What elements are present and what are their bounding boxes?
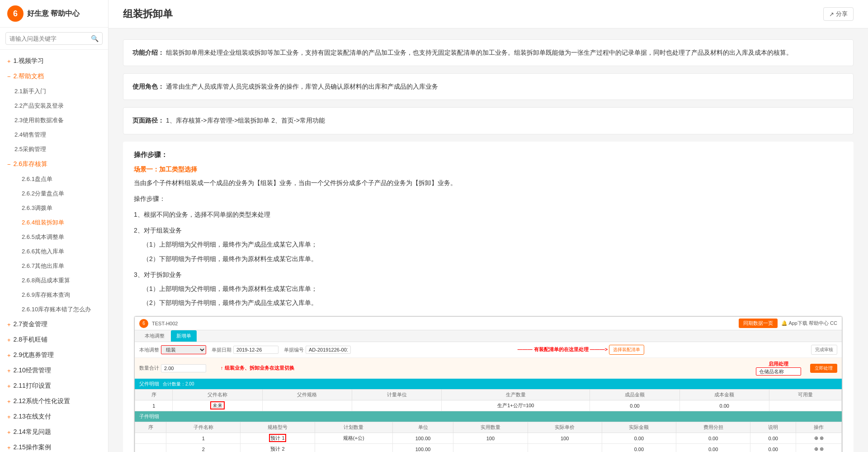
- step3-sub1: （1）上部明细为父件明细，最终作为原材料生成某它出库单；: [143, 283, 843, 295]
- expand-icon-27: +: [7, 321, 11, 328]
- table-row: 1 未来 生产1+公厅=100 0.00 0.00: [135, 400, 842, 411]
- expand-icon-28: +: [7, 337, 11, 343]
- cell-product-amt: 0.00: [590, 400, 679, 411]
- screenshot-block: 6 TEST-H002 同期数据一页 🔔 App下载 帮助中心 CC 本地调整 …: [134, 316, 843, 452]
- path-label: 页面路径：: [132, 117, 164, 124]
- col-produce-qty: 生产数量: [442, 390, 590, 400]
- form-billno-input[interactable]: [306, 346, 351, 354]
- role-label: 使用角色：: [132, 83, 164, 90]
- form-billno-field: 单据编号: [284, 346, 351, 354]
- sidebar-item-docs-263[interactable]: 2.6.3调拨单: [0, 201, 108, 215]
- sidebar-item-docs-24[interactable]: 2.4销售管理: [0, 128, 108, 142]
- scene1-desc: 当由多个子件材料组装成一个成品的业务为【组装】业务，当由一个父件拆分成多个子产品…: [134, 177, 843, 189]
- sidebar-item-docs-265[interactable]: 2.6.5成本调整单: [0, 230, 108, 244]
- sidebar-item-docs-2610[interactable]: 2.6.10库存账本错了怎么办: [0, 302, 108, 317]
- sidebar-item-label: 2.14常见问题: [14, 428, 51, 436]
- sidebar-item-docs-268[interactable]: 2.6.8商品成本重算: [0, 273, 108, 288]
- func-intro-text: 组装拆卸单用来处理企业组装或拆卸等加工业务，支持有固定装配清单的产品加工业务，也…: [166, 49, 793, 56]
- sidebar-item-docs-214[interactable]: + 2.14常见问题: [0, 424, 108, 440]
- lcol-ops: 操作: [796, 422, 842, 433]
- step3: 3、对于拆卸业务: [134, 269, 843, 281]
- lower-table-row: 2 预计 2 100.00 0.00 0.00 0.00: [135, 444, 842, 452]
- sidebar-item-docs-211[interactable]: + 2.11打印设置: [0, 378, 108, 394]
- expand-icon: +: [7, 58, 11, 65]
- sidebar-item-docs-22[interactable]: 2.2产品安装及登录: [0, 99, 108, 113]
- search-wrap: 🔍: [5, 32, 103, 45]
- app-top-btn1[interactable]: 同期数据一页: [739, 319, 778, 328]
- logo-text: 好生意 帮助中心: [27, 9, 80, 19]
- annotation-bottom: 启用处理: [756, 361, 801, 376]
- sidebar-item-docs-215[interactable]: + 2.15操作案例: [0, 440, 108, 452]
- search-input[interactable]: [9, 35, 91, 42]
- form-type-select[interactable]: 组装 拆卸: [161, 345, 206, 354]
- lcol-child-name: 子件名称: [166, 422, 241, 433]
- sidebar-item-docs-267[interactable]: 2.6.7其他出库单: [0, 259, 108, 273]
- share-button[interactable]: ↗ 分享: [823, 7, 854, 21]
- search-icon[interactable]: 🔍: [91, 35, 99, 42]
- upper-section-count: 合计数量：2.00: [163, 381, 194, 387]
- cell-cost-amt: 0.00: [679, 400, 769, 411]
- sidebar-item-docs-25[interactable]: 2.5采购管理: [0, 142, 108, 157]
- func-intro-block: 功能介绍： 组装拆卸单用来处理企业组装或拆卸等加工业务，支持有固定装配清单的产品…: [123, 39, 854, 66]
- path-block: 页面路径： 1、库存核算->库存管理->组装拆卸单 2、首页->常用功能: [123, 107, 854, 134]
- form-date-field: 单据日期: [212, 346, 278, 354]
- form-confirm-btn[interactable]: 完成审核: [811, 345, 837, 355]
- sidebar-item-docs-28[interactable]: + 2.8手机旺铺: [0, 332, 108, 347]
- share-label: 分享: [836, 10, 848, 18]
- step3-sub2: （2）下部明细为子件明细，最终作为产成品生成某它入库单。: [143, 297, 843, 309]
- sidebar-item-docs-262[interactable]: 2.6.2分量盘点单: [0, 186, 108, 201]
- lower-section-label: 子件明细: [139, 413, 159, 420]
- lower-table-row: 1 预计 1 规格(+公) 100.00 100 100 0.00 0.00 0: [135, 433, 842, 444]
- sidebar-item-docs-269[interactable]: 2.6.9库存账本查询: [0, 288, 108, 302]
- sidebar-item-docs-27[interactable]: + 2.7资金管理: [0, 317, 108, 332]
- app-topbar: 6 TEST-H002 同期数据一页 🔔 App下载 帮助中心 CC: [135, 317, 842, 330]
- upper-section-label: 父件明细: [139, 381, 159, 387]
- form-type-label: 本地调整: [139, 347, 159, 353]
- cell-produce-qty: 生产1+公厅=100: [442, 400, 590, 411]
- tab-new[interactable]: 新增单: [171, 330, 197, 342]
- expand-icon-213: +: [7, 414, 11, 420]
- lcol-spec: 规格型号: [241, 422, 315, 433]
- form-date-input[interactable]: [233, 346, 278, 354]
- sidebar-item-docs[interactable]: − 2.帮助文档: [0, 69, 108, 84]
- lower-section-header: 子件明细: [135, 411, 842, 422]
- sidebar-item-docs-266[interactable]: 2.6.6其他入库单: [0, 244, 108, 259]
- screenshot-container: 6 TEST-H002 同期数据一页 🔔 App下载 帮助中心 CC 本地调整 …: [134, 316, 842, 452]
- cell-spec: [262, 400, 352, 411]
- sidebar-item-label: 2.10经营管理: [14, 366, 51, 375]
- sidebar-item-label: 2.13在线支付: [14, 413, 51, 421]
- step2-sub2: （2）下部明细为子件明细，最终作为原材料生成某它出库单。: [143, 253, 843, 265]
- sidebar-item-docs-212[interactable]: + 2.12系统个性化设置: [0, 394, 108, 409]
- collapse-icon: −: [7, 73, 11, 80]
- sidebar-item-docs-21[interactable]: 2.1新手入门: [0, 84, 108, 99]
- form-count-label: 数量合计: [139, 365, 159, 371]
- annotation-top: ——— 有装配清单的在这里处理 ———> 选择装配清单: [356, 345, 806, 355]
- sidebar-item-docs-23[interactable]: 2.3使用前数据准备: [0, 113, 108, 128]
- form-date-label: 单据日期: [212, 347, 231, 353]
- app-window: 6 TEST-H002 同期数据一页 🔔 App下载 帮助中心 CC 本地调整 …: [134, 316, 842, 452]
- confirm-btn[interactable]: 立即处理: [810, 364, 837, 373]
- lower-table-wrap: 序 子件名称 规格型号 计划数量 单位 实用数量 实际单价 实际金额 费用分担: [135, 422, 842, 452]
- app-logo-icon: 6: [139, 319, 148, 328]
- sidebar-item-docs-261[interactable]: 2.6.1盘点单: [0, 172, 108, 186]
- sidebar-item-docs-210[interactable]: + 2.10经营管理: [0, 363, 108, 378]
- sidebar-item-videos[interactable]: + 1.视频学习: [0, 53, 108, 69]
- sidebar-item-docs-26[interactable]: − 2.6库存核算: [0, 157, 108, 172]
- cell-parent-name: 未来: [173, 400, 262, 411]
- func-intro-label: 功能介绍：: [132, 49, 164, 56]
- sidebar-item-label: 2.帮助文档: [14, 72, 44, 81]
- search-box: 🔍: [0, 28, 108, 50]
- expand-icon-215: +: [7, 444, 11, 451]
- col-product-amt: 成品金额: [590, 390, 679, 400]
- form-count-input[interactable]: [161, 364, 206, 372]
- sidebar-item-docs-264[interactable]: 2.6.4组装拆卸单: [0, 215, 108, 230]
- tab-local[interactable]: 本地调整: [139, 330, 170, 342]
- app-top-icons: 🔔 App下载 帮助中心 CC: [781, 320, 837, 327]
- lcol-plan-qty: 计划数量: [315, 422, 392, 433]
- parent-name-highlight: 未来: [211, 402, 224, 409]
- sidebar-item-docs-29[interactable]: + 2.9优惠券管理: [0, 347, 108, 363]
- sidebar-item-label: 2.9优惠券管理: [14, 351, 54, 359]
- annotation-btn[interactable]: 选择装配清单: [609, 345, 644, 355]
- warehouse-input[interactable]: [756, 367, 801, 376]
- sidebar-item-docs-213[interactable]: + 2.13在线支付: [0, 409, 108, 424]
